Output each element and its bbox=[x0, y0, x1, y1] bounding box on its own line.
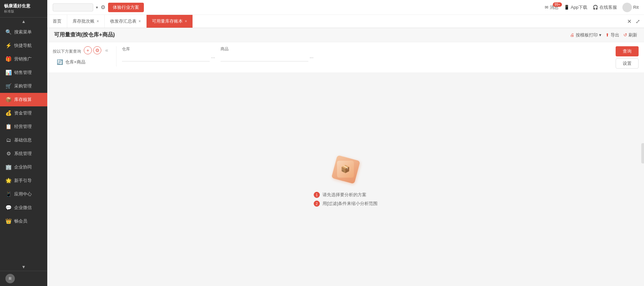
tab-home[interactable]: 首页 bbox=[47, 15, 67, 28]
tab-available[interactable]: 可用量库存账本 × bbox=[147, 15, 193, 28]
warehouse-input-row: ··· bbox=[122, 53, 215, 61]
sidebar-item-member[interactable]: 👑 畅会员 bbox=[0, 214, 47, 228]
tab-available-label: 可用量库存账本 bbox=[152, 18, 183, 24]
sidebar-nav: 🔍 搜索菜单 ⚡ 快捷导航 🎁 营销推广 📊 销售管理 🛒 采购管理 📦 库存核… bbox=[0, 25, 47, 263]
dropdown-chevron-icon[interactable]: ▾ bbox=[96, 5, 98, 10]
expand-tab-btn[interactable]: ⤢ bbox=[634, 17, 641, 26]
tab-receipts[interactable]: 收发存汇总表 × bbox=[105, 15, 147, 28]
sidebar-item-enterprise[interactable]: 🏢 企业协同 bbox=[0, 160, 47, 174]
print-template-btn[interactable]: 🖨 按模板打印 ▾ bbox=[570, 32, 601, 38]
collapse-scheme-btn[interactable]: « bbox=[103, 46, 111, 54]
setting-button[interactable]: 设置 bbox=[616, 58, 639, 69]
sidebar-item-finance[interactable]: 💰 资金管理 bbox=[0, 106, 47, 120]
sidebar-item-sales[interactable]: 📊 销售管理 bbox=[0, 66, 47, 79]
tip-2-text: 用[过滤]条件来缩小分析范围 bbox=[323, 201, 378, 207]
scheme-warehouse-product[interactable]: 🔄 仓库+商品 bbox=[53, 57, 111, 67]
quick-icon: ⚡ bbox=[5, 43, 11, 49]
refresh-label: 刷新 bbox=[628, 32, 637, 38]
setting-scheme-btn[interactable]: ⚙ bbox=[93, 46, 101, 54]
filter-fields: 仓库 ··· 商品 ··· bbox=[122, 46, 610, 61]
sidebar-item-search[interactable]: 🔍 搜索菜单 bbox=[0, 25, 47, 39]
empty-box-icon: 📦 bbox=[337, 161, 354, 178]
refresh-icon: ↺ bbox=[623, 32, 627, 37]
add-scheme-btn[interactable]: + bbox=[84, 46, 92, 54]
tab-home-label: 首页 bbox=[53, 18, 61, 24]
tab-batch-close[interactable]: × bbox=[97, 19, 99, 24]
sidebar-item-marketing[interactable]: 🎁 营销推广 bbox=[0, 52, 47, 66]
sidebar-item-label: 采购管理 bbox=[14, 83, 32, 89]
scrollbar-hint bbox=[641, 143, 644, 163]
sidebar-item-inventory[interactable]: 📦 库存核算 bbox=[0, 93, 47, 106]
scroll-up-btn[interactable]: ▲ bbox=[0, 18, 47, 25]
product-input[interactable] bbox=[221, 53, 308, 61]
filter-panel: 按以下方案查询 + ⚙ « 🔄 仓库+商品 bbox=[47, 42, 644, 73]
scheme-icon: 🔄 bbox=[57, 59, 63, 65]
tip-2-num: 2 bbox=[314, 201, 320, 207]
message-btn[interactable]: ✉ 消息 99+ bbox=[545, 4, 559, 10]
tab-receipts-close[interactable]: × bbox=[138, 19, 141, 24]
tab-receipts-label: 收发存汇总表 bbox=[110, 18, 136, 24]
print-icon: 🖨 bbox=[570, 32, 574, 37]
empty-tips: 1 请先选择要分析的方案 2 用[过滤]条件来缩小分析范围 bbox=[314, 192, 378, 207]
refresh-btn[interactable]: ↺ 刷新 bbox=[623, 32, 637, 38]
filter-divider bbox=[116, 46, 117, 67]
product-dots-btn[interactable]: ··· bbox=[310, 55, 314, 60]
sidebar-item-purchase[interactable]: 🛒 采购管理 bbox=[0, 79, 47, 93]
trial-button[interactable]: 体验行业方案 bbox=[108, 3, 144, 12]
sidebar-item-system[interactable]: ⚙ 系统管理 bbox=[0, 147, 47, 160]
warehouse-input[interactable] bbox=[122, 53, 210, 61]
page-header-actions: 🖨 按模板打印 ▾ ⬆ 导出 ↺ 刷新 bbox=[570, 32, 637, 38]
export-icon: ⬆ bbox=[606, 32, 609, 37]
empty-tip-2: 2 用[过滤]条件来缩小分析范围 bbox=[314, 201, 378, 207]
sidebar-item-quick[interactable]: ⚡ 快捷导航 bbox=[0, 39, 47, 52]
sidebar-item-label: 营销推广 bbox=[14, 56, 32, 62]
appstore-icon: 📱 bbox=[5, 191, 11, 197]
user-area[interactable]: R bbox=[0, 271, 47, 286]
export-label: 导出 bbox=[611, 32, 619, 38]
customer-service-label: 在线客服 bbox=[599, 4, 617, 10]
scroll-down-btn[interactable]: ▼ bbox=[0, 263, 47, 271]
sidebar-item-label: 库存核算 bbox=[14, 97, 32, 103]
user-name-label: Rit bbox=[633, 5, 639, 10]
sidebar-item-label: 销售管理 bbox=[14, 70, 32, 76]
print-chevron-icon: ▾ bbox=[599, 32, 601, 37]
product-input-row: ··· bbox=[221, 53, 314, 61]
sidebar-item-appstore[interactable]: 📱 应用中心 bbox=[0, 187, 47, 201]
sidebar-item-basic[interactable]: 🗂 基础信息 bbox=[0, 133, 47, 147]
sidebar-item-operations[interactable]: 📋 经营管理 bbox=[0, 120, 47, 133]
topbar-search-input[interactable] bbox=[53, 3, 93, 11]
scheme-label: 仓库+商品 bbox=[65, 59, 85, 65]
filter-actions: 查询 设置 bbox=[616, 46, 639, 69]
product-field-group: 商品 ··· bbox=[221, 46, 314, 61]
tab-batch[interactable]: 库存批次账 × bbox=[67, 15, 105, 28]
sidebar-item-label: 系统管理 bbox=[14, 151, 32, 157]
mobile-icon: 📱 bbox=[564, 5, 569, 10]
warehouse-dots-btn[interactable]: ··· bbox=[211, 55, 215, 60]
tip-1-num: 1 bbox=[314, 192, 320, 198]
sidebar-item-label: 企业协同 bbox=[14, 164, 32, 170]
settings-gear-icon[interactable]: ⚙ bbox=[101, 4, 105, 10]
sidebar-item-wechat[interactable]: 💬 企业微信 bbox=[0, 201, 47, 214]
query-button[interactable]: 查询 bbox=[616, 46, 639, 56]
sidebar-item-label: 应用中心 bbox=[14, 191, 32, 197]
customer-service-btn[interactable]: 🎧 在线客服 bbox=[593, 4, 617, 10]
close-tab-btn[interactable]: ✕ bbox=[626, 17, 633, 26]
export-btn[interactable]: ⬆ 导出 bbox=[606, 32, 619, 38]
product-label: 商品 bbox=[221, 46, 314, 52]
app-download-label: App下载 bbox=[571, 4, 587, 10]
user-name-btn[interactable]: Rit bbox=[622, 3, 639, 12]
app-download-btn[interactable]: 📱 App下载 bbox=[564, 4, 587, 10]
tab-available-close[interactable]: × bbox=[185, 19, 187, 24]
app-sub: 标准版 bbox=[4, 9, 43, 14]
purchase-icon: 🛒 bbox=[5, 83, 11, 89]
sidebar-item-newbie[interactable]: 🌟 新手引导 bbox=[0, 174, 47, 187]
member-icon: 👑 bbox=[5, 218, 11, 224]
sidebar-item-label: 基础信息 bbox=[14, 137, 32, 143]
collapse-icon: « bbox=[105, 47, 108, 53]
finance-icon: 💰 bbox=[5, 110, 11, 116]
sidebar-logo: 畅康通好生意 标准版 bbox=[0, 0, 47, 18]
search-icon: 🔍 bbox=[5, 29, 11, 35]
filter-left: 按以下方案查询 + ⚙ « 🔄 仓库+商品 bbox=[53, 46, 111, 67]
print-template-label: 按模板打印 bbox=[576, 32, 598, 38]
empty-state: 📦 1 请先选择要分析的方案 2 用[过滤]条件来缩小分析范围 bbox=[47, 73, 644, 286]
